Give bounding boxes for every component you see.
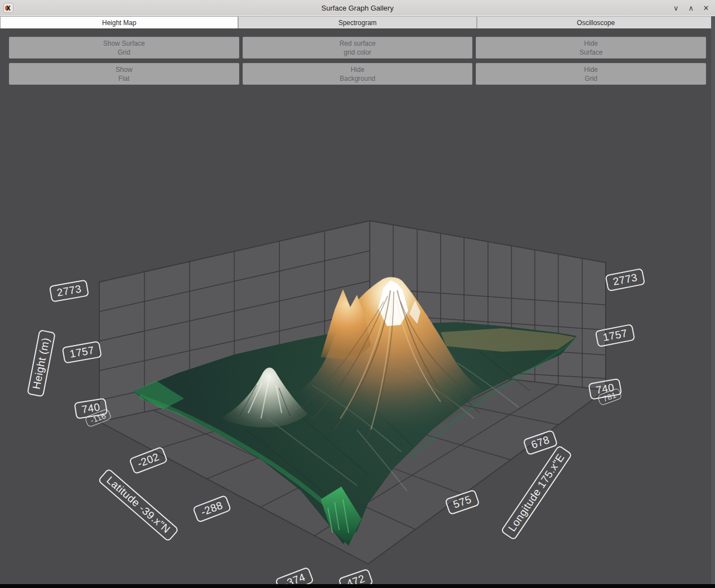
button-label: Surface [579,48,602,57]
titlebar[interactable]: X Surface Graph Gallery ∨ ∧ ✕ [0,0,715,16]
button-label: Grid [584,74,597,83]
window-controls: ∨ ∧ ✕ [671,0,711,16]
button-label: Hide [351,65,365,74]
button-label: Hide [584,39,598,48]
tab-height-map[interactable]: Height Map [0,16,238,28]
height-map-page: 2773 1757 -116 740 Height (m) -202 -288 … [0,28,715,584]
button-label: Red surface [340,39,376,48]
surface-plot-canvas [0,28,715,584]
app-window: X Surface Graph Gallery ∨ ∧ ✕ Height Map… [0,0,715,588]
surface-plot[interactable]: 2773 1757 -116 740 Height (m) -202 -288 … [0,28,715,584]
button-label: Show [115,65,132,74]
show-surface-grid-button[interactable]: Show Surface Grid [9,37,239,59]
tab-oscilloscope[interactable]: Oscilloscope [477,16,715,28]
surface-grid-color-button[interactable]: Red surface grid color [243,37,473,59]
window-title: Surface Graph Gallery [0,4,715,12]
button-label: Background [340,74,375,83]
close-window-icon[interactable]: ✕ [702,3,711,12]
button-label: Flat [118,74,129,83]
hide-grid-button[interactable]: Hide Grid [476,63,706,85]
app-icon: X [3,3,13,13]
hide-background-button[interactable]: Hide Background [243,63,473,85]
button-label: Show Surface [103,39,145,48]
shade-window-icon[interactable]: ∨ [671,3,680,12]
window-right-edge [711,16,715,584]
svg-text:X: X [6,4,11,12]
hide-surface-button[interactable]: Hide Surface [476,37,706,59]
toolbar: Show Surface Grid Red surface grid color… [0,28,715,85]
maximize-window-icon[interactable]: ∧ [687,3,695,12]
button-label: Hide [584,65,598,74]
tab-spectrogram[interactable]: Spectrogram [238,16,476,28]
screen-bottom-bar [0,584,715,588]
button-label: grid color [344,48,371,57]
button-label: Grid [118,48,131,57]
show-flat-button[interactable]: Show Flat [9,63,239,85]
tab-bar: Height Map Spectrogram Oscilloscope [0,16,715,28]
